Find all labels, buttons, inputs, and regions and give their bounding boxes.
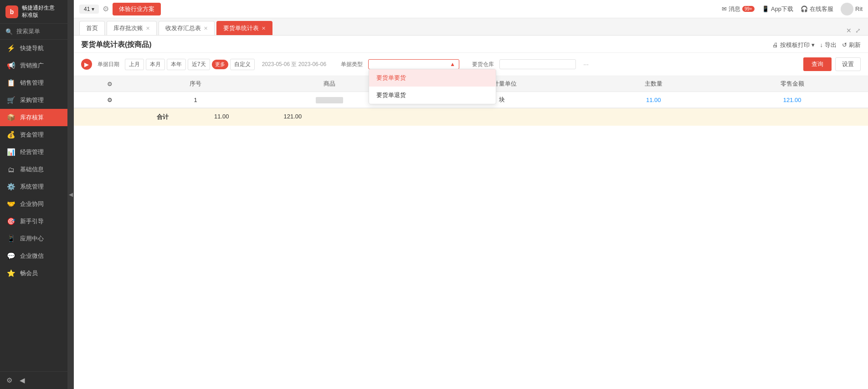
th-no: 序号 (146, 76, 246, 92)
export-icon: ↓ (820, 41, 823, 48)
tab-close-recv-send-summary[interactable]: ✕ (204, 26, 208, 31)
nav-label-enterprise: 企业协同 (20, 200, 44, 208)
page-header-actions: 🖨 按模板打印 ▾ ↓ 导出 ↺ 刷新 (772, 41, 861, 49)
nav-icon-basic-info: 🗂 (6, 166, 15, 174)
type-select-box[interactable]: ▲ 要货单要货要货单退货 (368, 59, 459, 69)
nav-label-app-center: 应用中心 (20, 235, 44, 243)
messages-group[interactable]: ✉ 消息 99+ (722, 5, 755, 13)
tab-label-inventory-batch: 库存批次账 (113, 24, 143, 32)
sidebar-item-system[interactable]: ⚙️系统管理 (0, 178, 67, 195)
sidebar-item-wechat[interactable]: 💬企业微信 (0, 247, 67, 265)
export-btn[interactable]: ↓ 导出 (820, 41, 837, 49)
online-service-group[interactable]: 🎧 在线客服 (801, 5, 833, 13)
nav-icon-sales: 📋 (6, 79, 15, 87)
nav-label-inventory: 库存核算 (20, 113, 44, 122)
tab-close-order-stats[interactable]: ✕ (262, 26, 266, 31)
tab-label-order-stats: 要货单统计表 (223, 24, 259, 32)
sidebar-item-purchase[interactable]: 🛒采购管理 (0, 92, 67, 109)
row-settings-0[interactable]: ⚙ (74, 92, 146, 108)
tab-home[interactable]: 首页 (79, 21, 105, 35)
settings-gear-icon[interactable]: ⚙ (103, 5, 109, 13)
filter-expand-btn[interactable]: ▶ (81, 59, 92, 70)
print-btn[interactable]: 🖨 按模板打印 ▾ (772, 41, 815, 49)
app-download-group[interactable]: 📱 App下载 (762, 5, 793, 13)
sidebar-item-members[interactable]: ⭐畅会员 (0, 265, 67, 282)
tab-inventory-batch[interactable]: 库存批次账✕ (107, 21, 157, 35)
print-dropdown-icon: ▾ (812, 41, 815, 48)
th-settings: ⚙ (74, 76, 146, 92)
sidebar-item-marketing[interactable]: 📢营销推广 (0, 57, 67, 74)
dropdown-item-要货单要货[interactable]: 要货单要货 (369, 69, 496, 87)
sidebar-item-enterprise[interactable]: 🤝企业协同 (0, 195, 67, 213)
refresh-btn[interactable]: ↺ 刷新 (842, 41, 861, 49)
warehouse-select-box[interactable] (499, 59, 576, 69)
sidebar-item-sales[interactable]: 📋销售管理 (0, 74, 67, 92)
filter-actions: 查询 设置 (803, 57, 861, 71)
search-label: 搜索菜单 (16, 27, 40, 36)
sidebar-item-operations[interactable]: 📊经营管理 (0, 143, 67, 161)
window-controls: ✕ ⤢ (844, 26, 863, 35)
logo-icon: b (5, 5, 18, 18)
headset-icon: 🎧 (801, 5, 808, 12)
nav-label-basic-info: 基础信息 (20, 165, 44, 174)
sidebar-item-inventory[interactable]: 📦库存核算 (0, 109, 67, 126)
phone-icon: 📱 (762, 5, 769, 12)
nav-icon-purchase: 🛒 (6, 96, 15, 104)
sidebar-item-basic-info[interactable]: 🗂基础信息 (0, 161, 67, 178)
nav-label-purchase: 采购管理 (20, 96, 44, 104)
top-bar-left: 41 ▾ ⚙ 体验行业方案 (79, 3, 161, 15)
type-select-input[interactable] (372, 61, 450, 67)
tab-close-inventory-batch[interactable]: ✕ (146, 26, 150, 31)
trial-btn[interactable]: 体验行业方案 (113, 3, 161, 15)
date-btn-this-month[interactable]: 本月 (146, 59, 165, 70)
messages-badge: 99+ (742, 6, 755, 12)
query-button[interactable]: 查询 (803, 57, 832, 71)
page-header: 要货单统计表(按商品) 🖨 按模板打印 ▾ ↓ 导出 ↺ 刷新 (74, 36, 868, 53)
search-menu[interactable]: 🔍 搜索菜单 (0, 24, 67, 40)
messages-label: 消息 (729, 5, 740, 13)
sidebar-item-app-center[interactable]: 📱应用中心 (0, 230, 67, 247)
date-btn-more[interactable]: 更多 (212, 60, 228, 69)
app-name: 畅捷通好生意 (22, 5, 55, 12)
sidebar-item-newbie[interactable]: 🎯新手引导 (0, 213, 67, 230)
dropdown-item-要货单退货[interactable]: 要货单退货 (369, 87, 496, 104)
nav-label-finance: 资金管理 (20, 131, 44, 139)
date-btn-last-month[interactable]: 上月 (125, 59, 144, 70)
filter-area: ▶ 单据日期 上月本月本年近7天更多自定义 2023-05-06 至 2023-… (74, 53, 868, 76)
maximize-window-btn[interactable]: ⤢ (853, 26, 863, 35)
nav-label-system: 系统管理 (20, 183, 44, 191)
nav-icon-marketing: 📢 (6, 61, 15, 70)
sidebar-item-quick-nav[interactable]: ⚡快捷导航 (0, 40, 67, 57)
date-range-text: 2023-05-06 至 2023-06-06 (262, 61, 326, 68)
date-btn-7days[interactable]: 近7天 (188, 59, 210, 70)
sidebar-nav: ⚡快捷导航📢营销推广📋销售管理🛒采购管理📦库存核算💰资金管理📊经营管理🗂基础信息… (0, 40, 67, 371)
collapse-icon[interactable]: ◀ (20, 376, 25, 384)
warehouse-select-input[interactable] (503, 61, 572, 67)
nav-icon-system: ⚙️ (6, 183, 15, 191)
filter-more-icon[interactable]: ··· (583, 61, 589, 68)
tab-recv-send-summary[interactable]: 收发存汇总表✕ (159, 21, 215, 35)
sidebar-item-finance[interactable]: 💰资金管理 (0, 126, 67, 143)
row-amount-0: 121.00 (716, 92, 868, 108)
nav-icon-inventory: 📦 (6, 113, 15, 122)
dropdown-arrow-icon: ▾ (92, 6, 94, 12)
tab-label-home: 首页 (86, 24, 98, 32)
type-caret-icon: ▲ (450, 61, 455, 67)
row-qty-0: 11.00 (591, 92, 716, 108)
settings-button[interactable]: 设置 (835, 57, 861, 71)
page-title: 要货单统计表(按商品) (81, 40, 152, 50)
page-content: 要货单统计表(按商品) 🖨 按模板打印 ▾ ↓ 导出 ↺ 刷新 ▶ (74, 36, 868, 389)
search-icon: 🔍 (5, 28, 13, 35)
print-label: 按模板打印 (780, 41, 810, 49)
date-btn-custom[interactable]: 自定义 (230, 59, 255, 70)
settings-icon[interactable]: ⚙ (6, 376, 12, 384)
row-no-0: 1 (146, 92, 246, 108)
date-btn-this-year[interactable]: 本年 (167, 59, 186, 70)
nav-label-operations: 经营管理 (20, 148, 44, 156)
tab-order-stats[interactable]: 要货单统计表✕ (216, 21, 272, 35)
user-avatar-group[interactable]: Rit (841, 3, 863, 15)
footer-label: 合计 (79, 113, 169, 121)
close-window-btn[interactable]: ✕ (844, 26, 853, 35)
company-selector[interactable]: 41 ▾ (79, 5, 99, 14)
sidebar-toggle[interactable]: ◀ (67, 0, 74, 389)
